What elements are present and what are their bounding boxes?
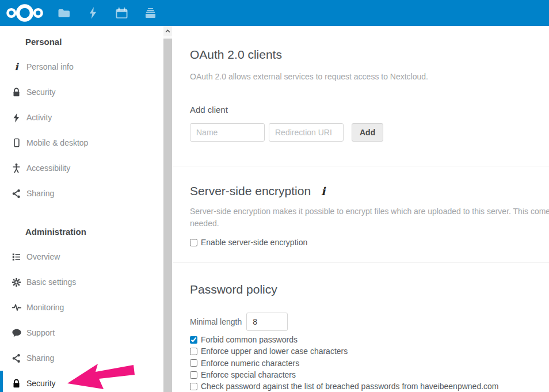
checkbox-enforce-upper-and-lower-case-characters[interactable] <box>190 348 197 355</box>
topbar-app-icons <box>49 0 165 26</box>
password-policy-title: Password policy <box>190 281 549 298</box>
checkbox-forbid-common-passwords[interactable] <box>190 336 197 344</box>
minimal-length-label: Minimal length <box>190 317 242 326</box>
enable-encryption-option: Enable server-side encryption <box>190 237 549 248</box>
checkbox-label: Enforce special characters <box>201 370 296 379</box>
checkbox-enforce-special-characters[interactable] <box>190 371 197 379</box>
lock-icon <box>12 378 21 389</box>
sidebar-item-label: Activity <box>26 113 52 122</box>
settings-content: OAuth 2.0 clients OAuth 2.0 allows exter… <box>173 26 549 392</box>
checkbox-label: Enforce upper and lower case characters <box>201 347 348 356</box>
sidebar-item-personal-mobile-desktop[interactable]: Mobile & desktop <box>0 130 163 155</box>
policy-option-check-password-against-the-list-of-breached-passwords-from-haveibeenpwned-com: Check password against the list of breac… <box>190 380 549 392</box>
minimal-length-input[interactable] <box>246 313 288 331</box>
scrollbar-thumb[interactable] <box>163 39 172 392</box>
sidebar-item-administration-monitoring[interactable]: Monitoring <box>0 295 163 320</box>
sidebar-item-personal-activity[interactable]: Activity <box>0 105 163 130</box>
checkbox-label: Enable server-side encryption <box>201 238 307 247</box>
checkbox-check-password-against-the-list-of-breached-passwords-from-haveibeenpwned-com[interactable] <box>190 383 197 390</box>
sidebar-item-personal-sharing[interactable]: Sharing <box>0 181 163 206</box>
add-client-button[interactable]: Add <box>352 123 383 142</box>
sidebar-item-label: Basic settings <box>26 277 76 287</box>
chevron-up-icon <box>165 29 170 33</box>
sidebar-section-title: Personal <box>0 29 163 54</box>
policy-option-enforce-numeric-characters: Enforce numeric characters <box>190 357 549 369</box>
accessibility-icon <box>12 163 21 174</box>
activity-lightning-icon[interactable] <box>78 0 107 26</box>
chat-icon <box>12 328 21 338</box>
nextcloud-logo-icon[interactable] <box>6 3 44 24</box>
checkbox-label: Enforce numeric characters <box>201 359 299 368</box>
sidebar-item-label: Mobile & desktop <box>26 138 88 147</box>
checkbox-label: Forbid common passwords <box>201 335 298 344</box>
add-client-heading: Add client <box>190 104 549 116</box>
sidebar-section-personal: PersonaliPersonal infoSecurityActivityMo… <box>0 29 163 206</box>
checkbox-enable-server-side-encryption[interactable] <box>190 239 197 246</box>
info-icon[interactable]: i <box>321 185 325 197</box>
sidebar-item-administration-security[interactable]: Security <box>0 371 163 392</box>
sidebar-item-administration-basic-settings[interactable]: Basic settings <box>0 269 163 295</box>
sidebar-item-label: Security <box>26 379 56 388</box>
monitoring-icon <box>12 302 21 313</box>
sidebar-item-administration-sharing[interactable]: Sharing <box>0 345 163 371</box>
sidebar-item-label: Sharing <box>26 189 54 198</box>
redirection-uri-input[interactable] <box>269 123 344 142</box>
encryption-section: Server-side encryptioni Server-side encr… <box>173 166 549 262</box>
policy-option-forbid-common-passwords: Forbid common passwords <box>190 334 549 345</box>
scrollbar-up-button[interactable] <box>163 26 172 36</box>
deck-icon[interactable] <box>136 0 165 26</box>
sidebar-scrollbar[interactable] <box>163 26 172 392</box>
sidebar-item-label: Overview <box>26 252 60 261</box>
nextcloud-logo-circles <box>6 3 44 23</box>
password-policy-section: Password policy Minimal length Forbid co… <box>173 262 549 392</box>
sidebar-item-label: Security <box>26 87 56 97</box>
sidebar-item-personal-accessibility[interactable]: Accessibility <box>0 155 163 181</box>
calendar-icon[interactable] <box>107 0 136 26</box>
gear-icon <box>12 277 21 288</box>
sidebar-item-administration-support[interactable]: Support <box>0 320 163 345</box>
share-icon <box>12 353 21 364</box>
lock-icon <box>12 87 21 98</box>
sidebar-item-label: Monitoring <box>26 303 64 312</box>
oauth-description: OAuth 2.0 allows external services to re… <box>190 71 549 82</box>
oauth-title: OAuth 2.0 clients <box>190 47 549 63</box>
checkbox-enforce-numeric-characters[interactable] <box>190 359 197 367</box>
minimal-length-row: Minimal length <box>190 313 549 331</box>
sidebar-item-personal-security[interactable]: Security <box>0 79 163 105</box>
sidebar-item-personal-personal-info[interactable]: iPersonal info <box>0 54 163 79</box>
checkbox-label: Check password against the list of breac… <box>201 382 499 391</box>
sidebar-section-title: Administration <box>0 219 163 244</box>
client-name-input[interactable] <box>190 123 265 142</box>
list-icon <box>12 252 21 262</box>
top-navigation-bar <box>0 0 549 26</box>
files-folder-icon[interactable] <box>49 0 78 26</box>
phone-icon <box>12 138 21 149</box>
encryption-title: Server-side encryption <box>190 184 311 197</box>
oauth-section: OAuth 2.0 clients OAuth 2.0 allows exter… <box>173 26 549 166</box>
sidebar-item-label: Sharing <box>26 353 54 363</box>
sidebar-item-administration-overview[interactable]: Overview <box>0 244 163 269</box>
policy-option-enforce-upper-and-lower-case-characters: Enforce upper and lower case characters <box>190 345 549 357</box>
encryption-description: Server-side encryption makes it possible… <box>190 205 549 230</box>
share-icon <box>12 188 21 199</box>
add-client-form: Add <box>190 123 549 142</box>
info-icon: i <box>12 62 21 73</box>
policy-option-enforce-special-characters: Enforce special characters <box>190 369 549 380</box>
sidebar-item-label: Accessibility <box>26 163 70 173</box>
lightning-icon <box>12 112 21 123</box>
sidebar-section-administration: AdministrationOverviewBasic settingsMoni… <box>0 219 163 392</box>
sidebar-item-label: Support <box>26 328 55 337</box>
sidebar-item-label: Personal info <box>26 62 74 71</box>
settings-sidebar: PersonaliPersonal infoSecurityActivityMo… <box>0 26 163 392</box>
password-policy-checkbox-list: Forbid common passwordsEnforce upper and… <box>190 334 549 392</box>
